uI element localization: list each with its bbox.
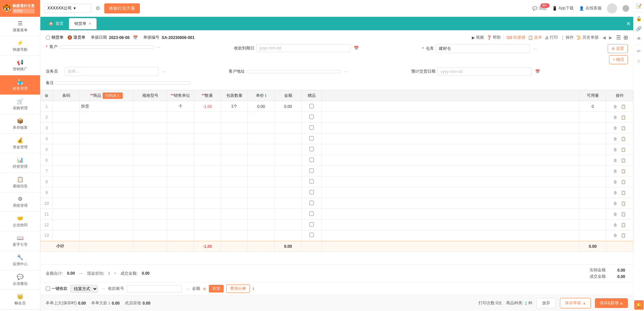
app-download-btn[interactable]: 📱 App下载 — [552, 5, 574, 11]
help-btn[interactable]: ❓ 帮助 — [487, 35, 501, 40]
row-amount[interactable] — [275, 155, 302, 166]
row-gift[interactable] — [302, 220, 322, 230]
save-new-chevron[interactable]: ▲ — [620, 301, 623, 305]
cust-addr-input[interactable] — [247, 70, 341, 73]
sidebar-item-system[interactable]: ⚙ 系统管理 — [0, 192, 40, 212]
row-product[interactable] — [80, 155, 134, 166]
row-product[interactable] — [80, 112, 134, 123]
expected-date-input[interactable]: yyyy-mm-dd — [438, 68, 532, 76]
row-pack-qty[interactable] — [221, 187, 248, 198]
row-barcode[interactable] — [53, 144, 80, 155]
row-barcode[interactable] — [53, 133, 80, 144]
row-amount[interactable]: 0.00 — [275, 101, 302, 112]
row-product[interactable] — [80, 166, 134, 177]
row-product[interactable] — [80, 230, 134, 241]
tabbar-close-icon[interactable]: ✕ — [626, 21, 631, 27]
row-delete-icon[interactable]: 🗑 — [613, 201, 617, 206]
row-amount[interactable] — [275, 112, 302, 123]
cust-addr-dots[interactable]: ··· — [344, 69, 348, 74]
row-price[interactable] — [248, 133, 275, 144]
row-price[interactable] — [248, 177, 275, 187]
row-price[interactable] — [248, 123, 275, 133]
list-view-btn[interactable]: ☰ — [616, 34, 621, 41]
tab-home[interactable]: 🏠 首页 — [43, 18, 69, 29]
row-amount[interactable] — [275, 209, 302, 220]
select-order-btn[interactable]: 📋 选单 — [528, 35, 542, 40]
row-unit[interactable] — [167, 144, 194, 155]
row-qty[interactable]: -1.00 — [194, 101, 221, 112]
history-btn[interactable]: 📜 历史单据 — [576, 35, 599, 40]
setting-btn[interactable]: ⚙ 设置 — [608, 44, 628, 53]
radio-sales-order[interactable]: 销货单 — [46, 35, 64, 40]
row-product[interactable] — [80, 177, 134, 187]
row-copy-icon[interactable]: 📋 — [621, 104, 626, 109]
row-spec[interactable] — [134, 123, 167, 133]
row-amount[interactable] — [275, 187, 302, 198]
row-gift[interactable] — [302, 230, 322, 241]
row-gift[interactable] — [302, 177, 322, 187]
row-spec[interactable] — [134, 133, 167, 144]
fee-info-icon[interactable]: ℹ — [253, 286, 254, 291]
message-btn[interactable]: 💬 消息 99+ — [532, 5, 547, 11]
radio-return-input[interactable] — [68, 35, 72, 40]
row-copy-icon[interactable]: 📋 — [621, 201, 626, 206]
row-spec[interactable] — [134, 177, 167, 187]
row-pack-qty[interactable] — [221, 166, 248, 177]
row-spec[interactable] — [134, 155, 167, 166]
sales-rep-dots[interactable]: ··· — [162, 69, 165, 74]
trial-btn[interactable]: 体验行业方案 — [104, 3, 140, 13]
row-barcode[interactable] — [53, 177, 80, 187]
row-qty[interactable] — [194, 133, 221, 144]
row-delete-icon[interactable]: 🗑 — [613, 115, 617, 120]
row-qty[interactable] — [194, 209, 221, 220]
row-delete-icon[interactable]: 🗑 — [613, 104, 617, 109]
row-qty[interactable] — [194, 166, 221, 177]
row-price[interactable] — [248, 209, 275, 220]
row-qty[interactable] — [194, 155, 221, 166]
sidebar-item-collab[interactable]: 🤝 企业协同 — [0, 212, 40, 231]
row-qty[interactable] — [194, 230, 221, 241]
row-delete-icon[interactable]: 🗑 — [613, 137, 617, 141]
row-pack-qty[interactable]: 1个 — [221, 101, 248, 112]
row-product[interactable] — [80, 209, 134, 220]
row-copy-icon[interactable]: 📋 — [621, 158, 626, 163]
expected-date-calendar[interactable]: 📅 — [535, 69, 540, 74]
customer-input[interactable] — [60, 45, 154, 49]
rt-edit-btn[interactable]: ✏ — [634, 46, 644, 56]
sidebar-item-wechat[interactable]: 💬 企业微信 — [0, 270, 40, 290]
tab-close-icon[interactable]: × — [88, 21, 91, 26]
row-qty[interactable] — [194, 112, 221, 123]
row-qty[interactable] — [194, 220, 221, 230]
sidebar-item-purchase[interactable]: 🛒 采购管理 — [0, 95, 40, 114]
scan-btn[interactable]: 扫码录入 — [103, 92, 123, 99]
sidebar-item-marketing[interactable]: 📢 营销推广 — [0, 56, 40, 75]
customer-dots[interactable]: ··· — [157, 45, 160, 49]
sidebar-item-inventory[interactable]: 📦 库存核算 — [0, 114, 40, 134]
row-barcode[interactable] — [53, 230, 80, 241]
row-amount[interactable] — [275, 166, 302, 177]
row-product[interactable] — [80, 187, 134, 198]
calendar-icon[interactable]: 📅 — [133, 35, 138, 40]
row-barcode[interactable] — [53, 101, 80, 112]
row-amount[interactable] — [275, 123, 302, 133]
row-amount[interactable] — [275, 220, 302, 230]
row-spec[interactable] — [134, 209, 167, 220]
row-copy-icon[interactable]: 📋 — [621, 115, 626, 120]
row-barcode[interactable] — [53, 155, 80, 166]
row-spec[interactable] — [134, 220, 167, 230]
user-avatar[interactable] — [607, 3, 617, 13]
product-type-value[interactable]: 1 — [525, 301, 527, 306]
account-input[interactable] — [127, 285, 182, 293]
save-draft-chevron[interactable]: ▲ — [582, 301, 586, 305]
row-qty[interactable] — [194, 123, 221, 133]
warehouse-input[interactable]: 建材仓 — [436, 44, 530, 53]
rt-active-btn[interactable]: 🔔 — [634, 300, 644, 310]
row-amount[interactable] — [275, 133, 302, 144]
row-gift[interactable] — [302, 209, 322, 220]
sidebar-item-basics[interactable]: 📋 基础信息 — [0, 173, 40, 192]
row-amount[interactable] — [275, 198, 302, 209]
sidebar-item-guide[interactable]: 📖 新手引导 — [0, 231, 40, 251]
print-btn[interactable]: 🖨 打印 — [545, 35, 558, 40]
row-pack-qty[interactable] — [221, 133, 248, 144]
arrear-icon[interactable]: ℹ — [109, 301, 110, 306]
